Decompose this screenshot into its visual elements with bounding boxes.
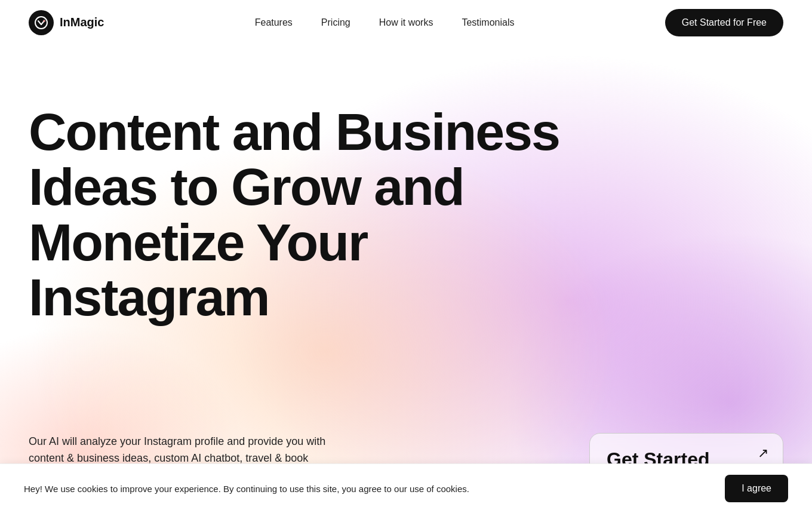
nav-links: Features Pricing How it works Testimonia…	[255, 17, 515, 28]
navbar: InMagic Features Pricing How it works Te…	[0, 0, 812, 45]
svg-line-1	[38, 21, 41, 24]
hero-section: Content and Business Ideas to Grow and M…	[0, 45, 812, 513]
cookie-banner: Hey! We use cookies to improve your expe…	[0, 463, 812, 513]
hero-cta-arrow-icon: ↗	[758, 446, 768, 461]
logo-text: InMagic	[60, 16, 104, 29]
cookie-message: Hey! We use cookies to improve your expe…	[24, 484, 710, 494]
svg-point-0	[35, 17, 47, 29]
nav-cta-button[interactable]: Get Started for Free	[665, 9, 783, 36]
logo[interactable]: InMagic	[29, 10, 104, 35]
nav-item-features[interactable]: Features	[255, 17, 293, 28]
svg-point-3	[44, 20, 45, 21]
cookie-agree-button[interactable]: I agree	[725, 475, 788, 502]
nav-item-how-it-works[interactable]: How it works	[379, 17, 433, 28]
nav-item-pricing[interactable]: Pricing	[321, 17, 350, 28]
hero-content: Content and Business Ideas to Grow and M…	[29, 105, 783, 508]
nav-item-testimonials[interactable]: Testimonials	[462, 17, 514, 28]
hero-title: Content and Business Ideas to Grow and M…	[29, 105, 566, 325]
logo-icon	[29, 10, 54, 35]
